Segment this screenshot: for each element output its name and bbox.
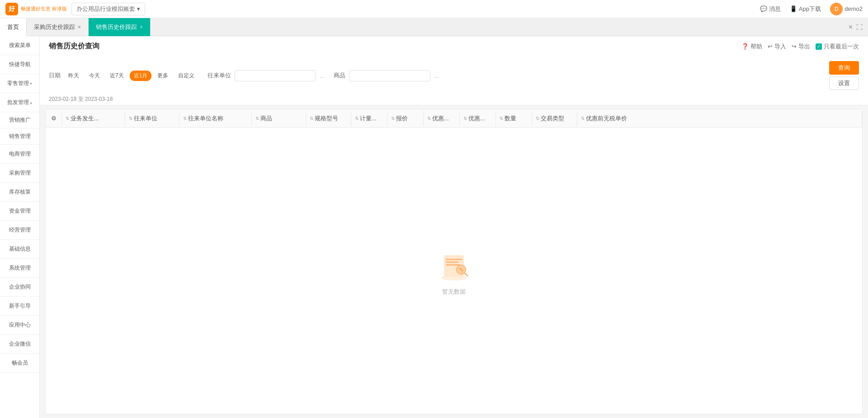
sidebar-item-app-center[interactable]: 应用中心 bbox=[0, 316, 39, 335]
col-unit[interactable]: ⇅ 计量... bbox=[351, 111, 387, 126]
app-selector-label: 办公用品行业模拟账套 bbox=[76, 5, 135, 13]
tab-home[interactable]: 首页 bbox=[0, 18, 27, 36]
export-button[interactable]: ↪ 导出 bbox=[792, 43, 810, 51]
app-download-button[interactable]: 📱 App下载 bbox=[790, 5, 821, 13]
sidebar-item-ecommerce-mgmt[interactable]: 电商管理 bbox=[0, 145, 39, 164]
sidebar-item-quick-nav[interactable]: 快捷导航 bbox=[0, 55, 39, 74]
col-discount2[interactable]: ⇅ 优惠... bbox=[460, 111, 496, 126]
product-filter-label: 商品 bbox=[334, 71, 345, 80]
tab-sales-history-close[interactable]: × bbox=[140, 24, 143, 30]
col-unit-label: 计量... bbox=[360, 114, 377, 123]
help-label: 帮助 bbox=[750, 43, 762, 51]
partner-filter-group: 往来单位 ... bbox=[208, 70, 325, 81]
sidebar-item-vip-member[interactable]: 畅会员 bbox=[0, 354, 39, 373]
col-quoted-price-label: 报价 bbox=[396, 114, 408, 123]
date-filter-group: 日期 昨天 今天 近7天 近1月 更多 自定义 bbox=[49, 71, 198, 81]
table-header: ⚙ ⇅ 业务发生... ⇅ 往来单位 ⇅ 往来单位名称 ⇅ 商品 bbox=[46, 109, 862, 128]
sidebar-item-inventory[interactable]: 库存核算 bbox=[0, 183, 39, 202]
sidebar-item-finance-mgmt-label: 资金管理 bbox=[9, 207, 31, 215]
col-biz-date[interactable]: ⇅ 业务发生... bbox=[62, 111, 125, 126]
col-partner-code[interactable]: ⇅ 往来单位 bbox=[125, 111, 179, 126]
col-partner-name[interactable]: ⇅ 往来单位名称 bbox=[179, 111, 252, 126]
import-label: 导入 bbox=[774, 43, 786, 51]
sidebar-item-system-mgmt-label: 系统管理 bbox=[9, 264, 31, 272]
sidebar-item-quick-nav-label: 快捷导航 bbox=[9, 61, 31, 68]
query-button[interactable]: 查询 bbox=[829, 61, 859, 75]
sort-icon: ⇅ bbox=[391, 116, 395, 121]
sidebar-item-search-menu-label: 搜索菜单 bbox=[9, 42, 31, 49]
user-area[interactable]: D demo2 bbox=[830, 3, 863, 15]
date-btn-last7days[interactable]: 近7天 bbox=[106, 71, 128, 81]
partner-dots[interactable]: ... bbox=[320, 72, 325, 79]
col-spec[interactable]: ⇅ 规格型号 bbox=[306, 111, 351, 126]
logo-text: 畅捷通好生意 标准版 bbox=[21, 5, 67, 12]
col-biz-date-label: 业务发生... bbox=[71, 114, 99, 123]
sidebar-item-wholesale-mgmt[interactable]: 批发管理 ▴ bbox=[0, 93, 39, 112]
sidebar-item-search-menu[interactable]: 搜索菜单 bbox=[0, 36, 39, 55]
sidebar-item-inventory-label: 库存核算 bbox=[9, 188, 31, 196]
date-btn-yesterday[interactable]: 昨天 bbox=[64, 71, 83, 81]
date-btn-custom[interactable]: 自定义 bbox=[174, 71, 198, 81]
sidebar-item-retail-mgmt[interactable]: 零售管理 ▾ bbox=[0, 74, 39, 93]
logo-icon: 好 bbox=[5, 3, 18, 15]
date-btn-today[interactable]: 今天 bbox=[85, 71, 104, 81]
tab-purchase-history-close[interactable]: × bbox=[78, 24, 81, 30]
col-product-label: 商品 bbox=[260, 114, 272, 123]
col-quantity-label: 数量 bbox=[505, 114, 516, 123]
sidebar-item-enterprise-collab[interactable]: 企业协同 bbox=[0, 278, 39, 297]
partner-input[interactable] bbox=[235, 70, 316, 81]
col-quantity[interactable]: ⇅ 数量 bbox=[496, 111, 532, 126]
partner-filter-label: 往来单位 bbox=[208, 71, 231, 80]
date-btn-more[interactable]: 更多 bbox=[153, 71, 172, 81]
sort-icon: ⇅ bbox=[500, 116, 503, 121]
sort-icon: ⇅ bbox=[310, 116, 313, 121]
sidebar-item-basic-info[interactable]: 基础信息 bbox=[0, 240, 39, 259]
import-button[interactable]: ↩ 导入 bbox=[768, 43, 786, 51]
sort-icon: ⇅ bbox=[129, 116, 132, 121]
help-button[interactable]: ❓ 帮助 bbox=[741, 43, 762, 51]
col-settings[interactable]: ⚙ bbox=[46, 111, 62, 125]
col-product[interactable]: ⇅ 商品 bbox=[252, 111, 306, 126]
product-dots[interactable]: ... bbox=[434, 72, 439, 79]
chevron-up-icon: ▴ bbox=[30, 100, 32, 105]
top-header: 好 畅捷通好生意 标准版 办公用品行业模拟账套 ▾ 💬 消息 📱 App下载 D… bbox=[0, 0, 868, 18]
tab-purchase-history[interactable]: 采购历史价跟踪 × bbox=[27, 18, 89, 36]
sidebar-item-finance-mgmt[interactable]: 资金管理 bbox=[0, 202, 39, 221]
sort-icon: ⇅ bbox=[463, 116, 467, 121]
product-filter-group: 商品 ... bbox=[334, 70, 439, 81]
chevron-down-icon: ▾ bbox=[30, 81, 32, 86]
sidebar-item-operations-mgmt[interactable]: 经营管理 bbox=[0, 221, 39, 240]
sidebar-item-system-mgmt[interactable]: 系统管理 bbox=[0, 259, 39, 278]
col-pretax-price[interactable]: ⇅ 优惠前无税单价 bbox=[577, 111, 862, 126]
message-button[interactable]: 💬 消息 bbox=[760, 5, 781, 13]
query-actions: 查询 设置 bbox=[829, 61, 859, 90]
date-btn-last1month[interactable]: 近1月 bbox=[130, 71, 152, 81]
app-selector[interactable]: 办公用品行业模拟账套 ▾ bbox=[71, 3, 145, 15]
date-range-display: 2023-02-18 至 2023-03-18 bbox=[49, 95, 859, 105]
settings-button[interactable]: 设置 bbox=[829, 76, 859, 90]
tab-sales-history[interactable]: 销售历史价跟踪 × bbox=[89, 18, 151, 36]
sidebar-item-sales-mgmt[interactable]: 销售管理 bbox=[0, 128, 39, 145]
sidebar-item-wholesale-mgmt-label: 批发管理 bbox=[7, 99, 29, 106]
col-quoted-price[interactable]: ⇅ 报价 bbox=[387, 111, 424, 126]
sidebar-item-marketing[interactable]: 营销推广 bbox=[0, 112, 39, 128]
date-filter-label: 日期 bbox=[49, 71, 61, 80]
message-icon: 💬 bbox=[760, 5, 767, 12]
sidebar-item-purchase-mgmt[interactable]: 采购管理 bbox=[0, 164, 39, 183]
col-trade-type[interactable]: ⇅ 交易类型 bbox=[532, 111, 577, 126]
main-layout: 搜索菜单 快捷导航 零售管理 ▾ 批发管理 ▴ 营销推广 销售管理 电商管理 采… bbox=[0, 36, 868, 418]
sort-icon: ⇅ bbox=[536, 116, 539, 121]
product-input[interactable] bbox=[349, 70, 430, 81]
last-record-checkbox[interactable]: ✓ 只看最后一次 bbox=[816, 43, 859, 51]
svg-rect-4 bbox=[446, 264, 460, 266]
empty-state: 暂无数据 bbox=[46, 128, 862, 414]
sort-icon: ⇅ bbox=[183, 116, 187, 121]
sidebar-item-beginner-guide[interactable]: 新手引导 bbox=[0, 297, 39, 316]
checkbox-label-text: 只看最后一次 bbox=[824, 43, 859, 51]
export-icon: ↪ bbox=[792, 43, 797, 50]
close-window-icon[interactable]: × bbox=[849, 23, 853, 31]
col-discount1[interactable]: ⇅ 优惠... bbox=[424, 111, 460, 126]
sidebar-item-enterprise-wechat[interactable]: 企业微信 bbox=[0, 335, 39, 354]
sort-icon: ⇅ bbox=[581, 116, 585, 121]
fullscreen-icon[interactable]: ⛶ bbox=[856, 24, 863, 31]
